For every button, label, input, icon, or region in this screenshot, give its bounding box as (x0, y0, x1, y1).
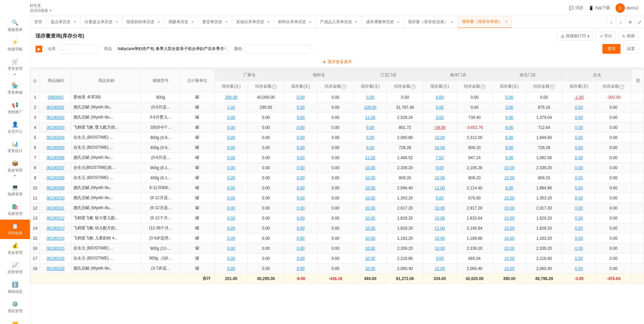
c4-amt-info-icon[interactable]: ⓘ (481, 85, 485, 89)
td-code[interactable]: 00100011 (40, 203, 71, 213)
td-c3-qty[interactable]: 10.00 (354, 163, 387, 173)
tab-close-stock-distribution[interactable]: ✕ (505, 20, 507, 24)
sidebar-item-inventory[interactable]: 📋 库存核算 (0, 220, 30, 239)
td-tot-qty[interactable]: 0.00 (562, 203, 595, 213)
td-c1-qty[interactable]: 0.00 (215, 253, 248, 264)
td-c4-qty[interactable]: 10.00 (423, 233, 456, 243)
td-c1-qty[interactable]: 0.00 (215, 183, 248, 193)
td-c5-qty[interactable]: 10.00 (493, 163, 526, 173)
td-c1-qty[interactable]: 0.00 (215, 133, 248, 143)
td-c5-qty[interactable]: 3.00 (493, 102, 526, 112)
td-c1-qty[interactable]: 200.00 (215, 92, 248, 102)
td-c1-qty[interactable]: 0.00 (215, 112, 248, 123)
dropdown-icon[interactable]: ▾ (50, 8, 52, 13)
c5-amt-info-icon[interactable]: ⓘ (550, 85, 555, 89)
expand-row-btn[interactable]: ▶ (36, 46, 42, 52)
tab-assemble[interactable]: 组装拆卸单历史 ✕ (122, 16, 164, 28)
td-code[interactable]: 00100012 (40, 213, 71, 223)
td-tot-qty[interactable]: 0.00 (562, 133, 595, 143)
td-c5-qty[interactable]: 8.00 (493, 133, 526, 143)
tab-close-product-in[interactable]: ✕ (355, 20, 358, 24)
td-tot-qty[interactable]: 0.00 (562, 123, 595, 133)
td-c2-qty[interactable]: 0.00 (284, 193, 317, 203)
td-c3-qty[interactable]: 9.00 (354, 123, 387, 133)
td-code[interactable]: 00100001 (40, 102, 71, 112)
td-c5-qty[interactable]: 9.00 (493, 143, 526, 153)
tab-close-sub-inventory[interactable]: ✕ (115, 20, 118, 24)
td-c5-qty[interactable]: 10.00 (493, 213, 526, 223)
td-code[interactable]: 00100009 (40, 183, 71, 193)
tab-close-all-btn[interactable]: ✕ (625, 16, 635, 28)
td-code[interactable]: 00100010 (40, 193, 71, 203)
tab-stock-distribution[interactable]: 现存量（库存分布表） ✕ (458, 16, 512, 28)
td-c2-qty[interactable]: 0.00 (284, 264, 317, 274)
td-c2-qty[interactable]: 0.00 (284, 163, 317, 173)
td-c3-qty[interactable]: 10.00 (354, 183, 387, 193)
refresh-btn[interactable]: ↻ 刷新 (619, 32, 639, 41)
td-tot-qty[interactable]: 0.00 (562, 223, 595, 233)
tab-home[interactable]: 首页 (30, 16, 47, 28)
td-tot-qty[interactable]: 0.00 (562, 213, 595, 223)
sidebar-item-operations[interactable]: 📈 经营管理 (0, 259, 30, 278)
tab-close-purchase-order[interactable]: ✕ (225, 20, 228, 24)
td-code[interactable]: 00100006 (40, 153, 71, 163)
td-c1-qty[interactable]: 0.00 (215, 193, 248, 203)
td-c4-qty[interactable]: 10.00 (423, 133, 456, 143)
td-tot-qty[interactable]: 0.00 (562, 112, 595, 123)
td-tot-qty[interactable]: 0.00 (562, 163, 595, 173)
tab-close-material-out[interactable]: ✕ (309, 20, 312, 24)
td-c2-qty[interactable]: 0.00 (284, 92, 317, 102)
td-code[interactable]: 00100013 (40, 223, 71, 233)
sidebar-item-system[interactable]: ⚙️ 系统管理 (0, 297, 30, 317)
td-c1-qty[interactable]: 0.00 (215, 173, 248, 183)
sidebar-item-search[interactable]: 🔍 搜索英单 (0, 16, 30, 36)
td-c2-qty[interactable]: 0.00 (284, 123, 317, 133)
tab-product-in[interactable]: 产成品入库单历史 ✕ (316, 16, 362, 28)
td-tot-qty[interactable]: 0.00 (562, 253, 595, 264)
td-c4-qty[interactable]: 10.00 (423, 173, 456, 183)
sidebar-item-mall[interactable]: 🏪 零售商城 (0, 79, 30, 98)
td-c3-qty[interactable]: 10.00 (354, 264, 387, 274)
td-c3-qty[interactable]: 10.00 (354, 193, 387, 203)
td-c3-qty[interactable]: 10.00 (354, 223, 387, 233)
sidebar-item-collab[interactable]: 🤝 企业协同 (0, 317, 30, 324)
c3-amt-info-icon[interactable]: ⓘ (411, 85, 416, 89)
tot-amt-info-icon[interactable]: ⓘ (620, 85, 624, 89)
td-c2-qty[interactable]: 0.00 (284, 143, 317, 153)
td-code[interactable]: 0000003 (40, 92, 71, 102)
td-c3-qty[interactable]: 9.00 (354, 143, 387, 153)
td-code[interactable]: 00100005 (40, 143, 71, 153)
td-c4-qty[interactable]: 10.00 (423, 243, 456, 253)
td-c5-qty[interactable]: 10.00 (493, 223, 526, 233)
td-c4-qty[interactable]: 3.00 (423, 253, 456, 264)
td-code[interactable]: 00100015 (40, 243, 71, 253)
td-tot-qty[interactable]: 0.00 (562, 233, 595, 243)
td-c3-qty[interactable]: 10.00 (354, 213, 387, 223)
sidebar-item-retail-mgmt[interactable]: 🛒 零售管理 ▲ (0, 55, 30, 79)
data-table-container[interactable]: ⚙ 商品编码 商品名称 规格型号 主计量单位 厂家仓 陆村仓 江北门店 南岸门店… (30, 69, 644, 324)
td-c3-qty[interactable]: 10.00 (354, 253, 387, 264)
sidebar-item-wholesale[interactable]: 📦 批发管理 ▼ (0, 157, 30, 181)
td-c1-qty[interactable]: 0.00 (215, 243, 248, 253)
sidebar-item-member[interactable]: 👤 会员中心 (0, 118, 30, 137)
td-c2-qty[interactable]: 0.00 (284, 133, 317, 143)
user-area[interactable]: E demo2 (615, 3, 639, 13)
tab-close-assemble[interactable]: ✕ (157, 20, 160, 24)
message-btn[interactable]: 💬 消息 (569, 5, 583, 11)
td-c2-qty[interactable]: 0.00 (284, 173, 317, 183)
tab-transfer[interactable]: 调拨单历史 ✕ (164, 16, 198, 28)
td-tot-qty[interactable]: 0.00 (562, 193, 595, 203)
td-c5-qty[interactable]: 8.00 (493, 153, 526, 163)
td-c4-qty[interactable]: 0.00 (423, 92, 456, 102)
td-c5-qty[interactable]: 6.00 (493, 112, 526, 123)
sidebar-item-finance[interactable]: 💰 资金管理 (0, 239, 30, 259)
td-code[interactable]: 00100008 (40, 173, 71, 183)
td-c3-qty[interactable]: 0.00 (354, 92, 387, 102)
td-c4-qty[interactable]: 11.00 (423, 223, 456, 233)
c1-amt-info-icon[interactable]: ⓘ (272, 85, 277, 89)
td-c5-qty[interactable]: 10.00 (493, 233, 526, 243)
td-c5-qty[interactable]: 9.00 (493, 183, 526, 193)
th-gear[interactable]: ⚙ (31, 70, 40, 92)
tab-inventory-check[interactable]: 盘点单历史 ✕ (47, 16, 80, 28)
expand-conditions-btn[interactable]: ▼ 展开更多条件 (322, 59, 352, 65)
